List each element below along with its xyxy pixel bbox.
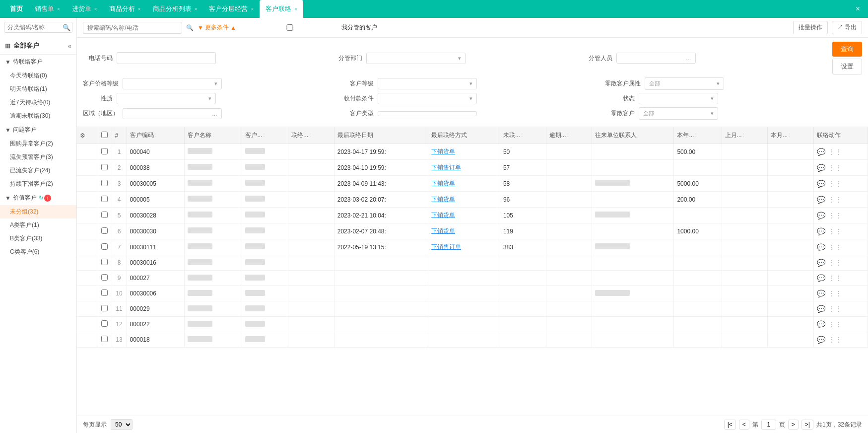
th-last-type[interactable]: 最后联络方式	[428, 127, 500, 144]
chat-action-icon[interactable]: 💬	[817, 259, 825, 267]
more-action-icon[interactable]: ⋮⋮	[828, 259, 842, 267]
customer-grade-select[interactable]: ▾	[378, 78, 477, 89]
th-code[interactable]: 客户编码:	[127, 127, 184, 144]
row-checkbox[interactable]	[101, 164, 108, 170]
my-customers-check[interactable]	[240, 24, 339, 31]
chat-action-icon[interactable]: 💬	[817, 227, 825, 235]
th-last-month[interactable]: 上月...:	[722, 127, 768, 144]
chat-action-icon[interactable]: 💬	[817, 320, 825, 328]
customer-type-select[interactable]	[378, 111, 477, 116]
close-tab-product-analysis-list[interactable]: ×	[195, 6, 198, 12]
more-action-icon[interactable]: ⋮⋮	[828, 336, 842, 344]
dept-select[interactable]: ▾	[366, 53, 466, 64]
td-checkbox[interactable]	[97, 176, 112, 192]
td-checkbox[interactable]	[97, 286, 112, 301]
query-btn[interactable]: 查询	[832, 42, 862, 57]
chat-action-icon[interactable]: 💬	[817, 212, 825, 219]
row-checkbox[interactable]	[101, 212, 108, 218]
close-tab-purchase[interactable]: ×	[94, 6, 97, 12]
sidebar-group-wait-contact[interactable]: ▼ 待联络客户	[0, 55, 76, 69]
sidebar-all-customers[interactable]: ⊞ 全部客户 «	[0, 37, 76, 55]
td-checkbox[interactable]	[97, 208, 112, 223]
sidebar-group-problem-customers[interactable]: ▼ 问题客户	[0, 123, 76, 137]
settings-icon[interactable]: ⚙	[80, 132, 85, 139]
sidebar-item-declining[interactable]: 持续下滑客户(2)	[0, 177, 76, 191]
row-checkbox[interactable]	[101, 243, 108, 250]
sidebar-item-churn-warning[interactable]: 流失预警客户(3)	[0, 150, 76, 164]
more-action-icon[interactable]: ⋮⋮	[828, 148, 842, 156]
region-select[interactable]: …	[123, 108, 222, 119]
more-action-icon[interactable]: ⋮⋮	[828, 196, 842, 204]
more-action-icon[interactable]: ⋮⋮	[828, 305, 842, 313]
th-this-month[interactable]: 本月...:	[768, 127, 814, 144]
td-checkbox[interactable]	[97, 223, 112, 239]
page-number-input[interactable]: 1	[761, 420, 776, 430]
more-action-icon[interactable]: ⋮⋮	[828, 227, 842, 235]
th-contact[interactable]: 联络...:	[288, 127, 334, 144]
more-action-icon[interactable]: ⋮⋮	[828, 289, 842, 297]
refresh-icon[interactable]: ↻	[39, 195, 43, 201]
th-partner[interactable]: 往来单位联系人	[592, 127, 674, 144]
td-checkbox[interactable]	[97, 255, 112, 271]
search-input[interactable]	[83, 22, 182, 34]
row-checkbox[interactable]	[101, 148, 108, 154]
th-not-contact[interactable]: 未联...:	[500, 127, 546, 144]
search-btn[interactable]: 🔍	[186, 24, 194, 31]
select-all-checkbox[interactable]	[101, 132, 108, 138]
chat-action-icon[interactable]: 💬	[817, 289, 825, 297]
prev-page-btn[interactable]: <	[739, 420, 749, 430]
nav-tab-product-analysis-list[interactable]: 商品分析列表 ×	[147, 0, 203, 18]
person-select[interactable]: …	[616, 53, 696, 64]
sidebar-item-7days-contact[interactable]: 近7天待联络(0)	[0, 96, 76, 109]
td-checkbox[interactable]	[97, 160, 112, 176]
my-customers-checkbox[interactable]: 我分管的客户	[240, 23, 377, 32]
chat-action-icon[interactable]: 💬	[817, 274, 825, 282]
th-last-date[interactable]: 最后联络日期	[334, 127, 428, 144]
td-checkbox[interactable]	[97, 301, 112, 317]
chat-action-icon[interactable]: 💬	[817, 180, 825, 188]
contact-type-link[interactable]: 下销售订单	[431, 164, 461, 171]
td-checkbox[interactable]	[97, 144, 112, 160]
row-checkbox[interactable]	[101, 336, 108, 342]
retail-customer-select[interactable]: 全部▾	[639, 107, 718, 120]
contact-type-link[interactable]: 下销货单	[431, 212, 455, 218]
more-action-icon[interactable]: ⋮⋮	[828, 212, 842, 219]
chat-action-icon[interactable]: 💬	[817, 196, 825, 204]
more-action-icon[interactable]: ⋮⋮	[828, 243, 842, 251]
more-action-icon[interactable]: ⋮⋮	[828, 274, 842, 282]
chat-action-icon[interactable]: 💬	[817, 243, 825, 251]
batch-operation-btn[interactable]: 批量操作	[793, 21, 828, 34]
first-page-btn[interactable]: |<	[724, 420, 736, 430]
chat-action-icon[interactable]: 💬	[817, 164, 825, 172]
contact-type-link[interactable]: 下销售订单	[431, 243, 461, 250]
sidebar-item-abnormal[interactable]: 囤购异常客户(2)	[0, 137, 76, 150]
chat-action-icon[interactable]: 💬	[817, 148, 825, 156]
nav-tab-salesorder[interactable]: 销售单 ×	[29, 0, 66, 18]
row-checkbox[interactable]	[101, 274, 108, 281]
td-checkbox[interactable]	[97, 192, 112, 208]
sidebar-item-type-c[interactable]: C类客户(6)	[0, 245, 76, 259]
td-checkbox[interactable]	[97, 239, 112, 255]
close-tab-customer-segmentation[interactable]: ×	[251, 6, 254, 12]
th-name[interactable]: 客户名称:	[185, 127, 242, 144]
window-close-btn[interactable]: ×	[852, 4, 864, 13]
export-btn[interactable]: ↗ 导出	[832, 21, 862, 34]
more-conditions-btn[interactable]: ▼ 更多条件 ▲	[198, 23, 236, 32]
close-tab-product-analysis[interactable]: ×	[138, 6, 141, 12]
th-settings[interactable]: ⚙	[77, 127, 97, 144]
th-overdue[interactable]: 逾期...:	[546, 127, 592, 144]
gender-select[interactable]: ▾	[117, 93, 216, 104]
nav-tab-product-analysis[interactable]: 商品分析 ×	[103, 0, 147, 18]
contact-type-link[interactable]: 下销货单	[431, 148, 455, 155]
th-type[interactable]: 客户...:	[242, 127, 288, 144]
td-checkbox[interactable]	[97, 332, 112, 348]
next-page-btn[interactable]: >	[788, 420, 799, 430]
nav-tab-customer-segmentation[interactable]: 客户分层经营 ×	[203, 0, 260, 18]
th-this-year[interactable]: 本年...:	[674, 127, 722, 144]
sidebar-item-today-contact[interactable]: 今天待联络(0)	[0, 69, 76, 82]
more-action-icon[interactable]: ⋮⋮	[828, 320, 842, 328]
more-action-icon[interactable]: ⋮⋮	[828, 164, 842, 172]
nav-tab-customer-contact[interactable]: 客户联络 ×	[260, 0, 303, 18]
chat-action-icon[interactable]: 💬	[817, 336, 825, 344]
more-action-icon[interactable]: ⋮⋮	[828, 180, 842, 188]
